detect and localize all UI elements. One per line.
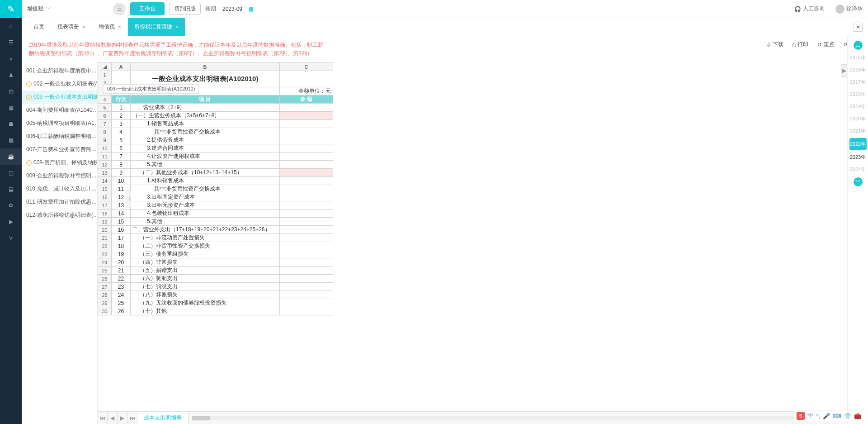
amount-cell[interactable]	[280, 161, 333, 169]
amount-cell[interactable]	[280, 226, 333, 234]
tab-3[interactable]: 所得税汇算清缴✕	[128, 18, 185, 36]
row-header[interactable]: 16	[98, 193, 112, 201]
amount-cell[interactable]	[280, 291, 333, 299]
sheet-nav-next[interactable]: ▶	[118, 412, 127, 424]
row-header[interactable]: 19	[98, 218, 112, 226]
year-scroll-down[interactable]: ︾	[854, 177, 863, 186]
row-header[interactable]: 4	[98, 95, 112, 104]
amount-cell[interactable]	[280, 144, 333, 152]
close-icon[interactable]: ✕	[118, 24, 121, 29]
item-cell[interactable]: （一）主营业务成本（3+5+6+7+8）	[131, 112, 280, 120]
amount-cell[interactable]	[280, 120, 333, 128]
year-option[interactable]: 2016年	[848, 64, 868, 76]
row-header[interactable]: 15	[98, 185, 112, 193]
nav-bag-icon[interactable]: ♟	[0, 67, 22, 83]
item-cell[interactable]: （二）其他业务成本（10+12+13+14+15）	[131, 169, 280, 177]
row-header[interactable]: 27	[98, 283, 112, 291]
ime-keyboard-icon[interactable]: ⌨	[833, 413, 841, 419]
amount-cell[interactable]	[280, 104, 333, 112]
item-cell[interactable]: （七）罚没支出	[131, 283, 280, 291]
amount-cell[interactable]	[280, 250, 333, 258]
form-list-item[interactable]: !003-一般企业成本支出明细…	[22, 91, 97, 104]
sheet-nav-first[interactable]: ⏮	[98, 412, 108, 424]
row-header[interactable]: 11	[98, 152, 112, 161]
sheet-nav-prev[interactable]: ◀	[108, 412, 118, 424]
row-header[interactable]: 8	[98, 128, 112, 136]
item-cell[interactable]: 其中:非货币性资产交换成本	[131, 185, 280, 193]
corner-cell[interactable]: ◢	[98, 63, 112, 71]
row-header[interactable]: 23	[98, 250, 112, 258]
sheet-nav-last[interactable]: ⏭	[127, 412, 137, 424]
tab-0[interactable]: 首页	[27, 18, 51, 36]
row-header[interactable]: 12	[98, 161, 112, 169]
amount-cell[interactable]	[280, 136, 333, 144]
year-option[interactable]: 2022年	[849, 138, 867, 150]
seq-cell[interactable]: 20	[112, 258, 131, 267]
seq-cell[interactable]: 15	[112, 218, 131, 226]
ime-punct-icon[interactable]: °,	[816, 413, 820, 419]
download-button[interactable]: ⇩下载	[766, 41, 783, 48]
amount-cell[interactable]	[280, 283, 333, 291]
nav-grid-icon[interactable]: ▩	[0, 132, 22, 148]
row-header[interactable]: 29	[98, 299, 112, 307]
seq-cell[interactable]: 1	[112, 104, 131, 112]
year-option[interactable]: 2017年	[848, 76, 868, 88]
year-option[interactable]: 2018年	[848, 88, 868, 100]
seq-cell[interactable]: 22	[112, 275, 131, 283]
item-cell[interactable]: （一）非流动资产处置损失	[131, 234, 280, 242]
product-dropdown[interactable]: 增值税 ﹀	[27, 5, 108, 13]
collapse-form-list-handle[interactable]: 《	[126, 190, 131, 208]
ime-lang[interactable]: 中	[807, 412, 813, 420]
form-list-item[interactable]: 012-减免所得税优惠明细表(…	[22, 209, 97, 222]
year-option[interactable]: 2020年	[848, 113, 868, 125]
item-cell[interactable]: 二、营业外支出（17+18+19+20+21+22+23+24+25+26）	[131, 226, 280, 234]
row-header[interactable]: 18	[98, 210, 112, 218]
amount-cell[interactable]	[280, 193, 333, 201]
tab-1[interactable]: 税表清册✕	[51, 18, 92, 36]
row-header[interactable]: 13	[98, 169, 112, 177]
row-header[interactable]: 22	[98, 242, 112, 250]
year-scroll-up[interactable]: ︽	[854, 41, 863, 50]
year-option[interactable]: 2023年	[848, 151, 868, 163]
seq-cell[interactable]: 19	[112, 250, 131, 258]
horizontal-scrollbar[interactable]	[192, 416, 864, 420]
row-header[interactable]: 9	[98, 136, 112, 144]
amount-cell[interactable]	[280, 185, 333, 193]
year-option[interactable]: 2024年	[848, 163, 868, 176]
nav-box-icon[interactable]: ◫	[0, 165, 22, 181]
col-header-b[interactable]: B	[131, 63, 280, 71]
item-cell[interactable]: （九）无法收回的债券股权投资损失	[131, 299, 280, 307]
print-button[interactable]: ⎙打印	[793, 41, 808, 48]
item-cell[interactable]: （四）非常损失	[131, 258, 280, 267]
amount-cell[interactable]	[280, 234, 333, 242]
amount-cell[interactable]	[280, 169, 333, 177]
item-cell[interactable]: 3.出租无形资产成本	[131, 201, 280, 210]
nav-building-icon[interactable]: ☗	[0, 116, 22, 132]
item-cell[interactable]: 其中:非货币性资产交换成本	[131, 128, 280, 136]
nav-home-icon[interactable]: ⌂	[0, 18, 22, 34]
seq-cell[interactable]: 18	[112, 242, 131, 250]
row-header[interactable]: 7	[98, 120, 112, 128]
item-cell[interactable]: （六）赞助支出	[131, 275, 280, 283]
item-cell[interactable]: 2.提供劳务成本	[131, 136, 280, 144]
seq-cell[interactable]: 8	[112, 161, 131, 169]
year-option[interactable]: 2021年	[848, 125, 868, 137]
row-header[interactable]: 14	[98, 177, 112, 185]
user-menu[interactable]: 徐泽华	[835, 5, 863, 14]
col-header-a[interactable]: A	[112, 63, 131, 71]
period-value[interactable]: 2023-09	[222, 6, 242, 12]
item-cell[interactable]: 1.销售商品成本	[131, 120, 280, 128]
seq-cell[interactable]: 6	[112, 144, 131, 152]
workbench-button[interactable]: 工作台	[130, 2, 165, 15]
item-cell[interactable]: 3.建造合同成本	[131, 144, 280, 152]
amount-cell[interactable]	[280, 275, 333, 283]
seq-cell[interactable]: 16	[112, 226, 131, 234]
form-list-item[interactable]: 011-研发费用加计扣除优惠…	[22, 195, 97, 209]
amount-cell[interactable]	[280, 210, 333, 218]
close-icon[interactable]: ✕	[82, 24, 85, 29]
item-cell[interactable]: 4.包装物出租成本	[131, 210, 280, 218]
seq-cell[interactable]: 24	[112, 291, 131, 299]
row-header[interactable]: 6	[98, 112, 112, 120]
row-header[interactable]: 17	[98, 201, 112, 210]
col-header-c[interactable]: C	[280, 63, 333, 71]
